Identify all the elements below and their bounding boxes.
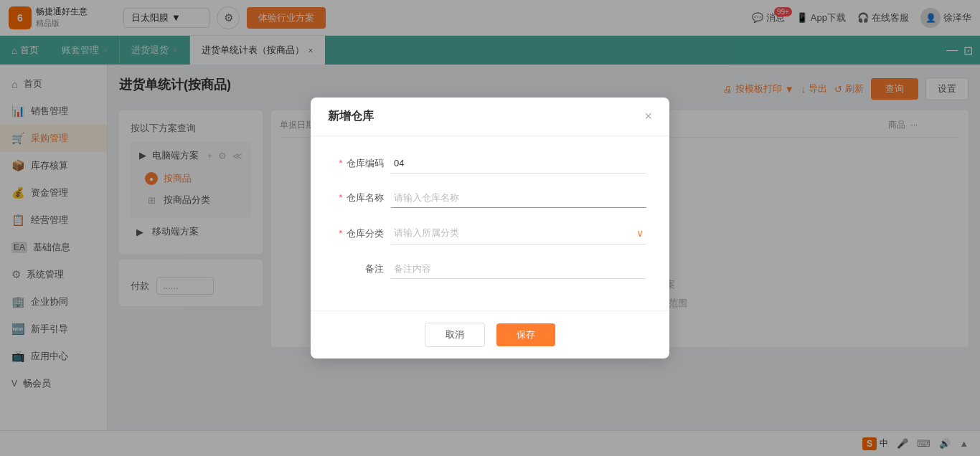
remark-label: 备注 bbox=[334, 262, 391, 275]
modal-overlay: 新增仓库 × * 仓库编码 * 仓库名称 bbox=[0, 0, 980, 456]
required-star-cat: * bbox=[339, 228, 342, 239]
category-chevron-icon: ∨ bbox=[636, 227, 644, 239]
modal-footer: 取消 保存 bbox=[311, 310, 669, 358]
category-placeholder: 请输入所属分类 bbox=[394, 227, 459, 239]
required-star: * bbox=[339, 158, 342, 168]
form-row-code: * 仓库编码 bbox=[334, 153, 646, 174]
modal-title: 新增仓库 bbox=[328, 109, 374, 124]
required-star-name: * bbox=[339, 192, 342, 203]
modal-body: * 仓库编码 * 仓库名称 * 仓库分类 请输入 bbox=[311, 136, 669, 310]
save-button[interactable]: 保存 bbox=[496, 323, 555, 346]
cancel-button[interactable]: 取消 bbox=[425, 323, 485, 347]
modal-header: 新增仓库 × bbox=[311, 98, 669, 136]
name-input[interactable] bbox=[391, 188, 646, 208]
category-select[interactable]: 请输入所属分类 ∨ bbox=[391, 222, 646, 244]
form-row-category: * 仓库分类 请输入所属分类 ∨ bbox=[334, 222, 646, 244]
category-label: * 仓库分类 bbox=[334, 227, 391, 240]
name-label: * 仓库名称 bbox=[334, 191, 391, 204]
form-row-name: * 仓库名称 bbox=[334, 188, 646, 208]
new-warehouse-modal: 新增仓库 × * 仓库编码 * 仓库名称 bbox=[311, 98, 669, 358]
code-label: * 仓库编码 bbox=[334, 157, 391, 170]
code-input[interactable] bbox=[391, 153, 646, 174]
remark-input[interactable] bbox=[391, 259, 646, 279]
modal-close-icon[interactable]: × bbox=[644, 109, 652, 124]
form-row-remark: 备注 bbox=[334, 259, 646, 279]
